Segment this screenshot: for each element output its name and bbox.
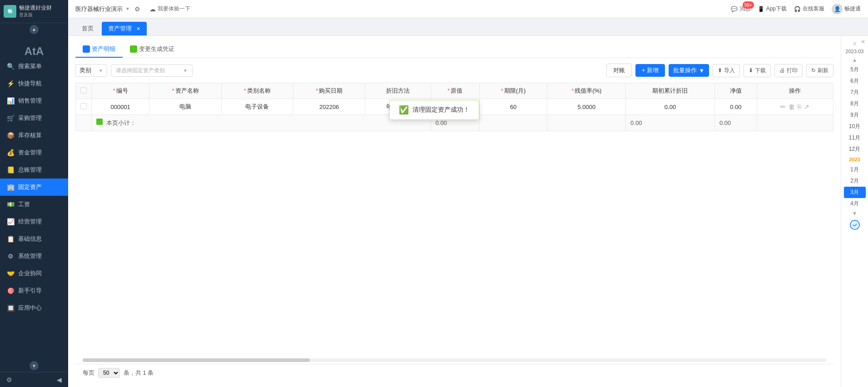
footer-settings-icon[interactable]: ⚙ [6, 376, 12, 383]
cal-down-arrow[interactable]: ▼ [851, 209, 858, 218]
tabs-bar: 首页 资产管理 ✕ [68, 18, 868, 36]
cal-item-8[interactable]: 8月 [844, 98, 866, 109]
sidebar-item-purchase[interactable]: 🛒 采购管理 [0, 109, 68, 127]
cal-item-10[interactable]: 10月 [844, 121, 866, 132]
cal-up-arrow[interactable]: ▲ [851, 56, 858, 64]
download-button[interactable]: ⬇ 下载 [744, 64, 771, 77]
cal-item-2[interactable]: 2月 [844, 175, 866, 187]
sidebar-item-system[interactable]: ⚙ 系统管理 [0, 248, 68, 265]
sidebar-item-label: 经营管理 [18, 218, 42, 226]
topbar-settings-icon[interactable]: ⚙ [134, 5, 140, 13]
cal-item-9[interactable]: 9月 [844, 109, 866, 121]
payroll-icon: 💵 [6, 201, 15, 208]
tab-close-icon[interactable]: ✕ [136, 26, 140, 31]
sidebar-item-guide[interactable]: 🎯 新手引导 [0, 282, 68, 299]
new-button[interactable]: + 新增 [635, 64, 665, 77]
cal-expand-icon[interactable]: ≡ [853, 40, 856, 47]
sidebar-scroll-down[interactable]: ▼ [0, 359, 68, 372]
delete-icon[interactable]: 🗑 [789, 103, 795, 110]
quick-nav-icon: ⚡ [6, 80, 15, 87]
sidebar-item-label: 采购管理 [18, 114, 42, 122]
sub-tab-change-voucher[interactable]: 变更生成凭证 [123, 41, 182, 58]
copy-icon[interactable]: ⎘ [798, 103, 801, 110]
import-button[interactable]: ⬆ 导入 [713, 64, 740, 77]
subtotal-net: 0.00 [714, 115, 757, 131]
category-filter-select[interactable]: 类别 ▼ [75, 64, 107, 77]
sub-tab-change-voucher-label: 变更生成凭证 [139, 45, 174, 53]
footer-collapse-icon[interactable]: ◀ [57, 376, 62, 383]
header-checkbox[interactable] [80, 87, 87, 94]
feedback-button[interactable]: ☁ 我要体验一下 [149, 5, 190, 13]
topbar-right: 💬 消息 99+ 📱 App下载 🎧 在线客服 👤 畅捷通 [731, 4, 861, 15]
pagination-bar: 每页 50 条，共 1 条 [75, 364, 833, 382]
sidebar-item-sales[interactable]: 📊 销售管理 [0, 92, 68, 109]
user-menu[interactable]: 👤 畅捷通 [832, 4, 861, 15]
sidebar-item-label: 工资 [18, 200, 30, 208]
sidebar-item-enterprise[interactable]: 🤝 企业协同 [0, 265, 68, 282]
batch-button[interactable]: 批量操作 ▼ [669, 64, 709, 77]
scroll-thumb[interactable] [83, 358, 310, 362]
category-filter-input[interactable]: 请选择固定资产类别 ▼ [111, 64, 193, 77]
asset-detail-tab-icon [83, 45, 90, 53]
sidebar-item-ledger[interactable]: 📒 总账管理 [0, 161, 68, 179]
cell-net-value: 0.00 [714, 99, 757, 115]
more-icon[interactable]: ↗ [804, 103, 809, 110]
print-button[interactable]: 🖨 打印 [774, 64, 803, 77]
sidebar-footer: ⚙ ◀ [0, 372, 68, 387]
horizontal-scrollbar[interactable] [83, 358, 826, 362]
sidebar-item-payroll[interactable]: 💵 工资 [0, 196, 68, 213]
sidebar: 畅 畅捷通好业财 普及版 ▲ AtA 🔍 搜索菜单 ⚡ 快捷导航 📊 销售管理 … [0, 0, 68, 387]
online-support-button[interactable]: 🎧 在线客服 [794, 5, 824, 13]
sub-tab-asset-detail-label: 资产明细 [92, 45, 115, 53]
cal-item-5[interactable]: 5月 [844, 64, 866, 75]
success-toast: ✅ 清理固定资产成功！ [389, 100, 479, 120]
toolbar: 类别 ▼ 请选择固定资产类别 ▼ 对账 + 新增 批量操作 ▼ [75, 64, 833, 77]
refresh-button[interactable]: ↻ 刷新 [806, 64, 833, 77]
cal-item-12[interactable]: 12月 [844, 144, 866, 155]
sidebar-item-app-center[interactable]: 🔲 应用中心 [0, 299, 68, 317]
sidebar-scroll-up[interactable]: ▲ [0, 23, 68, 36]
fixed-assets-icon: 🏢 [6, 184, 15, 191]
cal-year-2023[interactable]: 2023 [844, 155, 866, 164]
sidebar-item-quick-nav[interactable]: ⚡ 快捷导航 [0, 75, 68, 92]
messages-button[interactable]: 💬 消息 99+ [731, 5, 750, 13]
sidebar-item-base-info[interactable]: 📋 基础信息 [0, 230, 68, 248]
edit-icon[interactable]: ✏ [780, 103, 786, 110]
toolbar-right: 对账 + 新增 批量操作 ▼ ⬆ 导入 ⬇ 下载 [606, 64, 833, 77]
purchase-icon: 🛒 [6, 114, 15, 122]
topbar: 医疗器械行业演示 ▼ ⚙ ☁ 我要体验一下 💬 消息 99+ 📱 App下载 🎧… [68, 0, 868, 18]
import-icon: ⬆ [718, 67, 722, 74]
col-residual-rate: *残值率(%) [547, 83, 626, 99]
sidebar-item-search[interactable]: 🔍 搜索菜单 [0, 58, 68, 75]
company-selector[interactable]: 医疗器械行业演示 ▼ [75, 5, 130, 13]
sidebar-item-inventory[interactable]: 📦 库存核算 [0, 127, 68, 144]
tab-asset-management[interactable]: 资产管理 ✕ [102, 22, 147, 35]
cal-item-4[interactable]: 4月 [844, 198, 866, 209]
cal-item-3-current[interactable]: 3月 [844, 187, 866, 198]
cal-item-11[interactable]: 11月 [844, 132, 866, 144]
tab-home[interactable]: 首页 [75, 22, 100, 35]
cell-residual-rate: 5.0000 [547, 99, 626, 115]
cal-item-6[interactable]: 6月 [844, 75, 866, 87]
scroll-down-button[interactable]: ▼ [30, 361, 39, 370]
svg-rect-0 [84, 47, 89, 51]
row-checkbox[interactable] [80, 103, 87, 109]
cal-item-7[interactable]: 7月 [844, 87, 866, 98]
cal-item-1[interactable]: 1月 [844, 164, 866, 175]
per-page-select[interactable]: 50 [98, 368, 120, 378]
guide-icon: 🎯 [6, 287, 15, 294]
sidebar-item-funds[interactable]: 💰 资金管理 [0, 144, 68, 161]
sidebar-item-label: 应用中心 [18, 304, 42, 312]
reconcile-button[interactable]: 对账 [606, 64, 632, 77]
table-wrapper: *编号 *资产名称 *类别名称 *购买日期 折旧方法 *原值 *期限(月) *残… [75, 83, 833, 357]
app-name: 畅捷通好业财 [19, 5, 52, 12]
scroll-up-button[interactable]: ▲ [30, 25, 39, 34]
sub-tab-asset-detail[interactable]: 资产明细 [75, 41, 123, 58]
enterprise-icon: 🤝 [6, 270, 15, 277]
right-panel-close-icon[interactable]: ✕ [861, 39, 865, 45]
total-label: 条，共 1 条 [124, 369, 154, 377]
sidebar-item-fixed-assets[interactable]: 🏢 固定资产 [0, 179, 68, 196]
content-area: 资产明细 变更生成凭证 类别 ▼ 请选择固定资产类别 ▼ [68, 36, 868, 387]
sidebar-item-ops[interactable]: 📈 经营管理 [0, 213, 68, 230]
app-download-button[interactable]: 📱 App下载 [758, 5, 787, 13]
